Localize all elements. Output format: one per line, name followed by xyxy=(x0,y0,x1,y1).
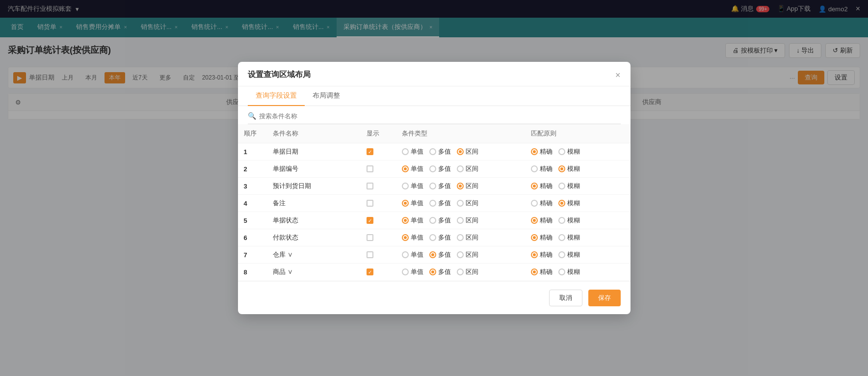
th-name: 条件名称 xyxy=(267,124,361,126)
th-type: 条件类型 xyxy=(396,124,525,126)
tab-layout[interactable]: 布局调整 xyxy=(305,86,348,106)
conditions-table-scroll[interactable]: 顺序 条件名称 显示 条件类型 匹配原则 1单据日期单值多值区间精确模糊2单据编… xyxy=(238,124,631,126)
modal-dialog: 设置查询区域布局 × 查询字段设置 布局调整 🔍 顺序 条件名称 显示 xyxy=(238,62,631,126)
th-order: 顺序 xyxy=(238,124,267,126)
modal-header: 设置查询区域布局 × xyxy=(238,62,631,86)
modal-body: 顺序 条件名称 显示 条件类型 匹配原则 1单据日期单值多值区间精确模糊2单据编… xyxy=(238,124,631,126)
modal-title: 设置查询区域布局 xyxy=(248,70,311,80)
tab-query-fields[interactable]: 查询字段设置 xyxy=(248,86,305,106)
search-icon: 🔍 xyxy=(248,112,256,120)
th-display: 显示 xyxy=(361,124,396,126)
modal-close-button[interactable]: × xyxy=(615,71,621,80)
search-box: 🔍 xyxy=(248,112,621,124)
th-match: 匹配原则 xyxy=(525,124,631,126)
search-input[interactable] xyxy=(259,112,621,120)
modal-overlay: 设置查询区域布局 × 查询字段设置 布局调整 🔍 顺序 条件名称 显示 xyxy=(0,0,868,126)
modal-tabs: 查询字段设置 布局调整 xyxy=(238,86,631,106)
conditions-table: 顺序 条件名称 显示 条件类型 匹配原则 1单据日期单值多值区间精确模糊2单据编… xyxy=(238,124,631,126)
